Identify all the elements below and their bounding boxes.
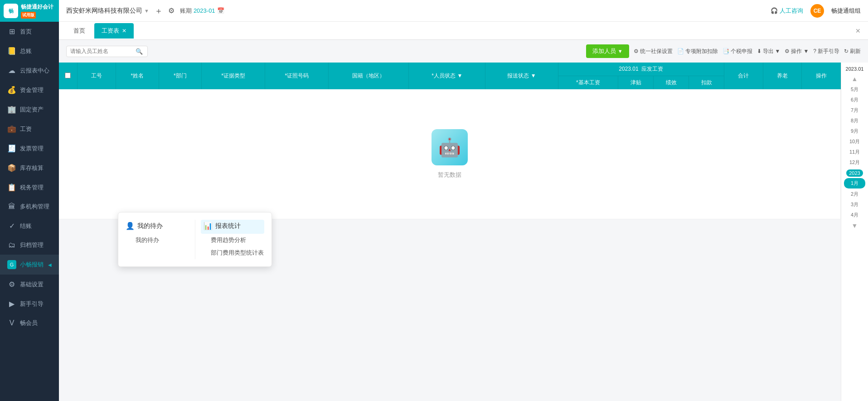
timeline-item-jun[interactable]: 6月	[841, 95, 868, 105]
search-wrap: 🔍	[66, 46, 148, 57]
salary-group-label: 应发工资	[641, 66, 663, 72]
sidebar-item-basic[interactable]: ⚙ 基础设置	[0, 275, 59, 294]
sidebar-item-cloud-report[interactable]: ☁ 云报表中心	[0, 61, 59, 80]
guide-label: 新手引导	[818, 48, 839, 55]
sidebar-item-guide[interactable]: ▶ 新手引导	[0, 294, 59, 314]
th-bonus: 绩效	[654, 76, 689, 90]
topbar: 西安虾米网络科技有限公司 ▼ ＋ ⚙ 账期 2023-01 📅 🎧 人工咨询 C…	[59, 0, 868, 22]
popup-menu: 👤 我的待办 我的待办 📊 报表统计 费用趋势分析 部门费用类型统计表	[118, 212, 272, 267]
sidebar-item-ledger[interactable]: 📒 总账	[0, 41, 59, 61]
timeline-item-nov[interactable]: 11月	[841, 147, 868, 157]
th-empid: 工号	[77, 63, 116, 89]
sidebar-item-inventory[interactable]: 📦 库存核算	[0, 158, 59, 178]
tax-deduct-icon: 📄	[677, 48, 684, 54]
timeline-item-may[interactable]: 5月	[841, 84, 868, 95]
sidebar-item-fixed-assets[interactable]: 🏢 固定资产	[0, 100, 59, 119]
add-company-icon[interactable]: ＋	[155, 5, 163, 16]
new-guide-action[interactable]: ? 新手引导	[813, 48, 839, 55]
popup-dept-expense-item[interactable]: 部门费用类型统计表	[201, 246, 265, 259]
app-logo: 畅 畅捷通好会计 试用版	[0, 0, 59, 22]
timeline-year: 2023	[846, 169, 863, 177]
cloud-icon: ☁	[7, 66, 16, 75]
th-name: *姓名	[116, 63, 159, 89]
sidebar-item-settlement[interactable]: ✓ 结账	[0, 216, 59, 236]
sidebar-item-archive[interactable]: 🗂 归档管理	[0, 236, 59, 255]
th-pension: 养老	[763, 63, 802, 89]
search-input[interactable]	[70, 48, 134, 54]
timeline-item-aug[interactable]: 8月	[841, 116, 868, 126]
social-security-action[interactable]: ⚙ 统一社保设置	[634, 48, 673, 55]
tab-salary-sheet[interactable]: 工资表 ✕	[94, 23, 134, 39]
search-icon[interactable]: 🔍	[136, 48, 143, 55]
ledger-icon: 📒	[7, 47, 16, 55]
th-report-status: 报送状态 ▼	[485, 63, 558, 89]
select-all-checkbox[interactable]	[65, 72, 71, 78]
export-arrow-icon: ▼	[775, 48, 781, 54]
guide-icon: ?	[813, 48, 816, 54]
popup-todo-item[interactable]: 我的待办	[126, 234, 189, 246]
report-status-filter-icon[interactable]: ▼	[531, 72, 536, 79]
sidebar-item-invoice[interactable]: 🧾 发票管理	[0, 139, 59, 158]
timeline-item-mar[interactable]: 3月	[841, 199, 868, 210]
tax-report-action[interactable]: 📑 个税申报	[723, 48, 752, 55]
social-security-icon: ⚙	[634, 48, 639, 54]
add-person-arrow-icon: ▼	[618, 48, 623, 54]
sidebar-item-label: 首页	[20, 28, 32, 36]
tab-home[interactable]: 首页	[66, 23, 92, 39]
popup-col-todo: 👤 我的待办 我的待办	[126, 220, 189, 259]
sidebar-item-tax[interactable]: 📋 税务管理	[0, 178, 59, 197]
service-button[interactable]: 🎧 人工咨询	[771, 7, 803, 15]
export-action[interactable]: ⬇ 导出 ▼	[757, 48, 781, 55]
settlement-icon: ✓	[7, 222, 16, 230]
sidebar: 畅 畅捷通好会计 试用版 ⊞ 首页 📒 总账 ☁ 云报表中心 💰 资金管理 🏢 …	[0, 0, 59, 401]
timeline-item-jan[interactable]: 1月	[844, 178, 865, 188]
window-close-button[interactable]: ✕	[855, 27, 861, 34]
sidebar-item-member[interactable]: V 畅会员	[0, 314, 59, 333]
calendar-icon[interactable]: 📅	[217, 7, 224, 14]
timeline-item-oct[interactable]: 10月	[841, 136, 868, 147]
home-icon: ⊞	[7, 27, 16, 36]
popup-col1-title: 👤 我的待办	[126, 220, 189, 234]
timeline-item-sep[interactable]: 9月	[841, 126, 868, 136]
basic-icon: ⚙	[7, 280, 16, 289]
username: 畅捷通组组	[831, 7, 861, 15]
app-name: 畅捷通好会计	[21, 3, 53, 11]
timeline-scroll-down[interactable]: ▼	[850, 220, 860, 231]
timeline-scroll-up[interactable]: ▲	[850, 73, 860, 84]
th-nationality: 国籍（地区）	[329, 63, 409, 89]
tax-deduct-label: 专项附加扣除	[685, 48, 718, 55]
ops-arrow-icon: ▼	[803, 48, 809, 54]
status-label: *人员状态	[432, 72, 456, 79]
sidebar-item-home[interactable]: ⊞ 首页	[0, 22, 59, 41]
refresh-action[interactable]: ↻ 刷新	[844, 48, 861, 55]
sidebar-item-label: 畅会员	[20, 319, 38, 327]
th-deduct: 扣款	[689, 76, 724, 90]
empty-state-cell: 暂无数据	[59, 89, 841, 219]
timeline-item-apr[interactable]: 4月	[841, 210, 868, 220]
export-icon: ⬇	[757, 48, 761, 54]
inventory-icon: 📦	[7, 164, 16, 172]
main-area: 西安虾米网络科技有限公司 ▼ ＋ ⚙ 账期 2023-01 📅 🎧 人工咨询 C…	[59, 0, 868, 401]
logo-badge: 试用版	[21, 12, 36, 19]
operations-action[interactable]: ⚙ 操作 ▼	[785, 48, 809, 55]
refresh-icon: ↻	[844, 48, 849, 54]
company-selector[interactable]: 西安虾米网络科技有限公司 ▼	[66, 7, 149, 15]
timeline-item-feb[interactable]: 2月	[841, 189, 868, 199]
add-person-button[interactable]: 添加人员 ▼	[586, 44, 629, 58]
sidebar-item-fund[interactable]: 💰 资金管理	[0, 80, 59, 100]
popup-expense-trend-item[interactable]: 费用趋势分析	[201, 234, 265, 246]
logo-icon: 畅	[4, 4, 18, 18]
timeline-item-jul[interactable]: 7月	[841, 105, 868, 116]
sidebar-item-salary[interactable]: 💼 工资	[0, 119, 59, 139]
topbar-actions: ＋ ⚙ 账期 2023-01 📅	[155, 5, 224, 16]
timeline-item-dec[interactable]: 12月	[841, 157, 868, 168]
tax-deduct-action[interactable]: 📄 专项附加扣除	[677, 48, 718, 55]
sidebar-item-xiaochang[interactable]: G 小畅报销 ◀	[0, 255, 59, 275]
settings-icon[interactable]: ⚙	[168, 6, 175, 15]
sidebar-item-multi-org[interactable]: 🏛 多机构管理	[0, 197, 59, 216]
tab-close-icon[interactable]: ✕	[122, 28, 126, 34]
status-filter-icon[interactable]: ▼	[457, 72, 462, 79]
sidebar-item-label: 工资	[20, 125, 32, 133]
sidebar-item-label: 小畅报销	[20, 261, 44, 269]
company-arrow-icon: ▼	[144, 8, 149, 14]
